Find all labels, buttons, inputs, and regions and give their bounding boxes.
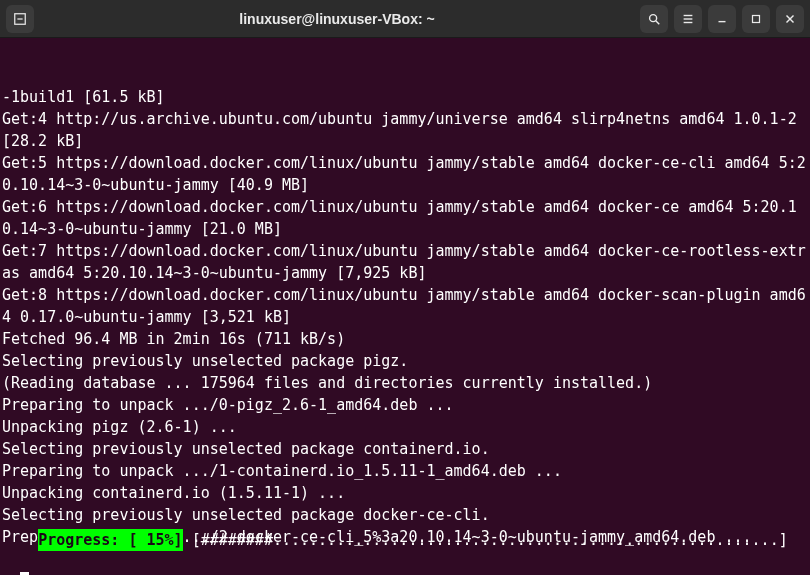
hamburger-menu-button[interactable] <box>674 5 702 33</box>
progress-bar: [########...............................… <box>183 529 788 551</box>
svg-rect-8 <box>753 15 760 22</box>
progress-bar-empty: ........................................… <box>273 531 779 549</box>
window-close-button[interactable] <box>776 5 804 33</box>
terminal-area[interactable]: -1build1 [61.5 kB] Get:4 http://us.archi… <box>0 38 810 575</box>
svg-line-3 <box>656 20 660 24</box>
progress-label: Progress: [ 15%] <box>38 529 183 551</box>
window-title: linuxuser@linuxuser-VBox: ~ <box>40 8 634 30</box>
window-titlebar: linuxuser@linuxuser-VBox: ~ <box>0 0 810 38</box>
window-maximize-button[interactable] <box>742 5 770 33</box>
terminal-output: -1build1 [61.5 kB] Get:4 http://us.archi… <box>2 86 808 548</box>
progress-row: Progress: [ 15%] [########..............… <box>0 507 810 575</box>
search-button[interactable] <box>640 5 668 33</box>
progress-bar-fill: ######## <box>201 531 273 549</box>
window-minimize-button[interactable] <box>708 5 736 33</box>
new-tab-button[interactable] <box>6 5 34 33</box>
svg-point-2 <box>650 14 657 21</box>
